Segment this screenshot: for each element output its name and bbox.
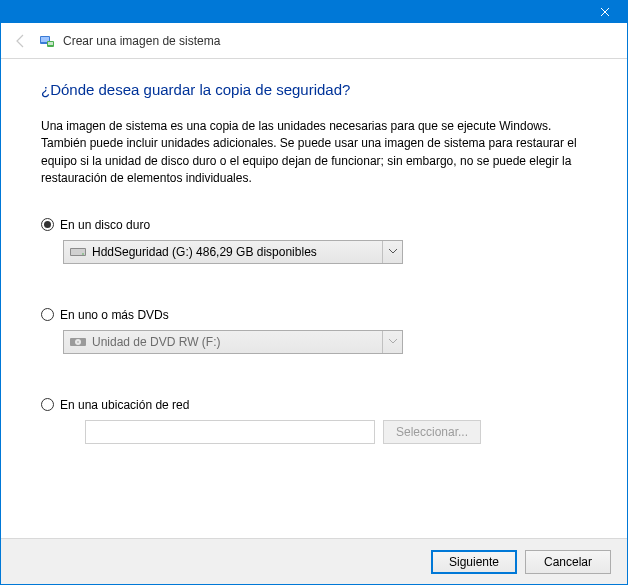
radio-hdd-label: En un disco duro <box>60 218 150 232</box>
next-button[interactable]: Siguiente <box>431 550 517 574</box>
browse-button: Seleccionar... <box>383 420 481 444</box>
footer-bar: Siguiente Cancelar <box>1 538 627 584</box>
browse-button-label: Seleccionar... <box>396 425 468 439</box>
hard-drive-icon <box>70 246 86 258</box>
option-hard-disk: En un disco duro HddSeguridad (G:) 486,2… <box>41 218 587 264</box>
back-arrow-icon <box>13 33 29 49</box>
dvd-drive-icon <box>70 336 86 348</box>
svg-point-6 <box>82 253 84 255</box>
titlebar <box>1 1 627 23</box>
header-bar: Crear una imagen de sistema <box>1 23 627 59</box>
system-image-icon <box>39 33 55 49</box>
network-path-input <box>85 420 375 444</box>
page-question: ¿Dónde desea guardar la copia de segurid… <box>41 81 587 98</box>
radio-row-hdd[interactable]: En un disco duro <box>41 218 587 232</box>
radio-dvd-label: En uno o más DVDs <box>60 308 169 322</box>
radio-hdd[interactable] <box>41 218 54 231</box>
dialog-window: Crear una imagen de sistema ¿Dónde desea… <box>0 0 628 585</box>
combo-hdd[interactable]: HddSeguridad (G:) 486,29 GB disponibles <box>63 240 403 264</box>
option-dvd: En uno o más DVDs Unidad de DVD RW (F:) <box>41 308 587 354</box>
radio-network[interactable] <box>41 398 54 411</box>
chevron-down-icon[interactable] <box>382 241 402 263</box>
back-button <box>11 31 31 51</box>
combo-dvd-value: Unidad de DVD RW (F:) <box>92 335 220 349</box>
svg-point-9 <box>77 341 79 343</box>
close-button[interactable] <box>583 1 627 23</box>
header-title: Crear una imagen de sistema <box>63 34 220 48</box>
option-network: En una ubicación de red Seleccionar... <box>41 398 587 444</box>
radio-network-label: En una ubicación de red <box>60 398 189 412</box>
cancel-button-label: Cancelar <box>544 555 592 569</box>
radio-row-dvd[interactable]: En uno o más DVDs <box>41 308 587 322</box>
next-button-label: Siguiente <box>449 555 499 569</box>
page-description: Una imagen de sistema es una copia de la… <box>41 118 587 188</box>
close-icon <box>600 7 610 17</box>
chevron-down-icon <box>382 331 402 353</box>
combo-hdd-value: HddSeguridad (G:) 486,29 GB disponibles <box>92 245 317 259</box>
cancel-button[interactable]: Cancelar <box>525 550 611 574</box>
radio-row-network[interactable]: En una ubicación de red <box>41 398 587 412</box>
svg-rect-3 <box>48 42 53 45</box>
radio-dvd[interactable] <box>41 308 54 321</box>
combo-dvd: Unidad de DVD RW (F:) <box>63 330 403 354</box>
content-area: ¿Dónde desea guardar la copia de segurid… <box>1 59 627 538</box>
